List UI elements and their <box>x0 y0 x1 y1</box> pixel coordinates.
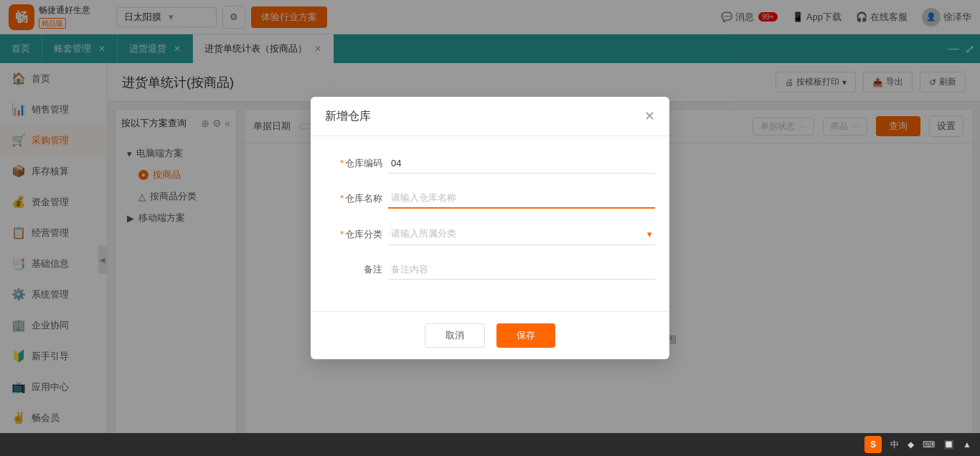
form-row-category: *仓库分类 请输入所属分类 ▾ <box>325 223 655 245</box>
code-input[interactable] <box>388 153 655 174</box>
category-select[interactable]: 请输入所属分类 ▾ <box>388 223 655 245</box>
bottom-bar: S 中 ◆ ⌨ 🔲 ▲ <box>0 433 980 456</box>
form-row-name: *仓库名称 <box>325 188 655 209</box>
note-input[interactable] <box>388 260 655 280</box>
bottom-dot-item: ◆ <box>908 440 914 450</box>
name-input[interactable] <box>388 188 655 209</box>
bottom-keyboard-icon[interactable]: ⌨ <box>923 440 935 450</box>
code-label: *仓库编码 <box>325 157 382 170</box>
modal-overlay: 新增仓库 ✕ *仓库编码 *仓库名称 *仓库分类 <box>0 0 980 456</box>
cancel-button[interactable]: 取消 <box>425 323 485 348</box>
dialog-title: 新增仓库 <box>325 109 371 124</box>
dialog-body: *仓库编码 *仓库名称 *仓库分类 请输入所属分类 ▾ <box>311 136 669 311</box>
category-dropdown-icon: ▾ <box>647 229 652 239</box>
dialog-footer: 取消 保存 <box>311 311 669 359</box>
dialog-close-icon[interactable]: ✕ <box>644 108 655 124</box>
bottom-lang-item[interactable]: 中 <box>890 439 899 451</box>
note-label: 备注 <box>325 263 382 276</box>
bottom-logo: S <box>864 436 882 453</box>
bottom-window-icon[interactable]: 🔲 <box>943 440 954 450</box>
name-label: *仓库名称 <box>325 192 382 205</box>
dialog-header: 新增仓库 ✕ <box>311 97 669 136</box>
bottom-up-icon[interactable]: ▲ <box>963 440 971 450</box>
save-button[interactable]: 保存 <box>496 323 555 348</box>
form-row-code: *仓库编码 <box>325 153 655 174</box>
form-row-note: 备注 <box>325 260 655 280</box>
add-warehouse-dialog: 新增仓库 ✕ *仓库编码 *仓库名称 *仓库分类 <box>311 97 669 359</box>
category-placeholder: 请输入所属分类 <box>391 227 456 240</box>
category-label: *仓库分类 <box>325 228 382 241</box>
